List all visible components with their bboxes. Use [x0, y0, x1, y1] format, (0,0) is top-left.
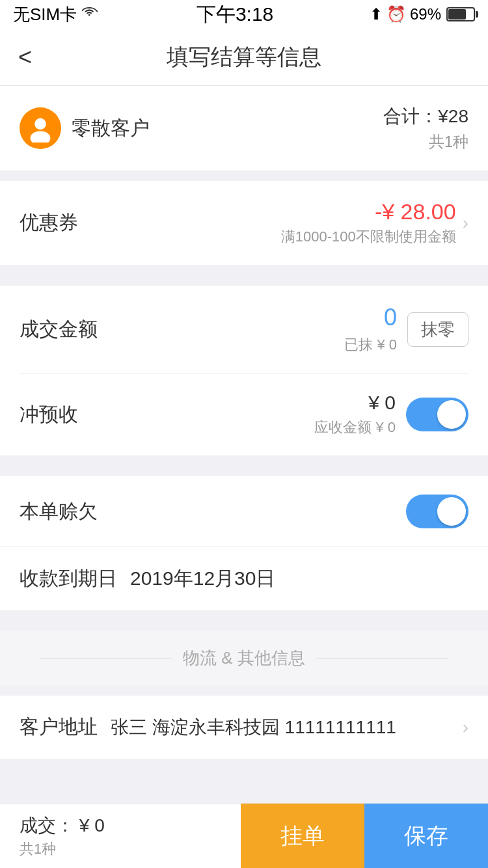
debt-toggle[interactable]	[406, 495, 468, 528]
status-right: ⬆ ⏰ 69%	[370, 5, 475, 23]
logistics-section: 物流 & 其他信息	[0, 631, 488, 685]
prepayment-sub: 应收金额 ¥ 0	[314, 418, 396, 437]
alarm-icon: ⏰	[386, 5, 406, 23]
battery-icon	[446, 7, 475, 21]
section-gap-1	[0, 275, 488, 286]
customer-left: 零散客户	[20, 107, 150, 149]
svg-point-1	[31, 131, 51, 142]
transaction-sub: 已抹 ¥ 0	[344, 335, 397, 355]
transaction-input[interactable]	[332, 304, 397, 331]
address-label: 客户地址	[20, 714, 98, 740]
coupon-section[interactable]: 优惠券 -¥ 28.00 满1000-100不限制使用金额 ›	[0, 181, 488, 265]
content: 零散客户 合计：¥28 共1种 优惠券 -¥ 28.00 满1000-100不限…	[0, 86, 488, 847]
status-time: 下午3:18	[197, 1, 273, 28]
section-gap-2	[0, 466, 488, 476]
prepayment-col: ¥ 0 应收金额 ¥ 0	[314, 392, 396, 437]
address-section[interactable]: 客户地址 张三 海淀永丰科技园 11111111111 ›	[0, 696, 488, 759]
round-zero-button[interactable]: 抹零	[407, 312, 468, 347]
network-label: 无SIM卡	[13, 3, 77, 26]
total-amount: 合计：¥28	[383, 104, 468, 129]
back-button[interactable]: <	[18, 44, 32, 71]
transaction-section: 成交金额 已抹 ¥ 0 抹零 冲预收 ¥ 0 应收金额 ¥ 0	[0, 286, 488, 455]
debt-row: 本单赊欠	[0, 476, 488, 547]
bottom-bar: 成交： ¥ 0 共1种 挂单 保存	[0, 803, 488, 868]
coupon-label: 优惠券	[20, 210, 78, 236]
transaction-col: 已抹 ¥ 0	[332, 304, 397, 355]
bottom-info: 成交： ¥ 0 共1种	[0, 813, 241, 859]
address-row[interactable]: 客户地址 张三 海淀永丰科技园 11111111111 ›	[0, 696, 488, 759]
section-gap-3	[0, 621, 488, 631]
customer-name: 零散客户	[72, 115, 150, 142]
status-bar: 无SIM卡 下午3:18 ⬆ ⏰ 69%	[0, 0, 488, 29]
svg-point-0	[34, 118, 46, 130]
logistics-title: 物流 & 其他信息	[172, 647, 316, 670]
address-chevron-icon: ›	[463, 717, 468, 738]
address-value: 张三 海淀永丰科技园 11111111111	[111, 715, 463, 740]
due-date-row: 收款到期日 2019年12月30日	[0, 547, 488, 610]
debt-section: 本单赊欠 收款到期日 2019年12月30日	[0, 476, 488, 610]
prepayment-right: ¥ 0 应收金额 ¥ 0	[314, 392, 468, 437]
page-title: 填写结算等信息	[167, 42, 321, 72]
debt-toggle-knob	[437, 497, 466, 526]
prepayment-label: 冲预收	[20, 401, 78, 428]
deal-label: 成交：	[20, 815, 74, 835]
status-left: 无SIM卡	[13, 3, 100, 26]
toggle-knob	[437, 400, 466, 429]
coupon-info: -¥ 28.00 满1000-100不限制使用金额	[281, 199, 456, 247]
transaction-label: 成交金额	[20, 316, 98, 343]
prepayment-row: 冲预收 ¥ 0 应收金额 ¥ 0	[0, 373, 488, 455]
logistics-header: 物流 & 其他信息	[0, 631, 488, 685]
transaction-row: 成交金额 已抹 ¥ 0 抹零	[0, 286, 488, 373]
wifi-icon	[82, 5, 100, 25]
customer-section: 零散客户 合计：¥28 共1种	[0, 86, 488, 170]
save-button[interactable]: 保存	[364, 804, 488, 869]
coupon-row[interactable]: 优惠券 -¥ 28.00 满1000-100不限制使用金额 ›	[0, 181, 488, 265]
nav-bar: < 填写结算等信息	[0, 29, 488, 86]
coupon-right: -¥ 28.00 满1000-100不限制使用金额 ›	[281, 199, 468, 247]
customer-row: 零散客户 合计：¥28 共1种	[0, 86, 488, 170]
prepayment-toggle[interactable]	[406, 398, 468, 431]
debt-right	[406, 495, 468, 528]
hang-button[interactable]: 挂单	[241, 804, 364, 869]
debt-label: 本单赊欠	[20, 498, 98, 525]
coupon-description: 满1000-100不限制使用金额	[281, 227, 456, 247]
transaction-right: 已抹 ¥ 0 抹零	[332, 304, 468, 355]
avatar	[20, 107, 61, 149]
battery-percent: 69%	[410, 5, 441, 23]
due-date-value: 2019年12月30日	[130, 565, 275, 592]
coupon-amount: -¥ 28.00	[281, 199, 456, 224]
location-icon: ⬆	[370, 5, 383, 23]
prepayment-amount: ¥ 0	[368, 392, 396, 414]
customer-right: 合计：¥28 共1种	[383, 104, 468, 152]
total-count: 共1种	[383, 131, 468, 152]
bottom-deal: 成交： ¥ 0	[20, 813, 221, 838]
bottom-count: 共1种	[20, 839, 221, 859]
deal-amount: ¥ 0	[79, 815, 105, 835]
due-date-label: 收款到期日	[20, 565, 117, 592]
chevron-right-icon: ›	[463, 213, 468, 234]
